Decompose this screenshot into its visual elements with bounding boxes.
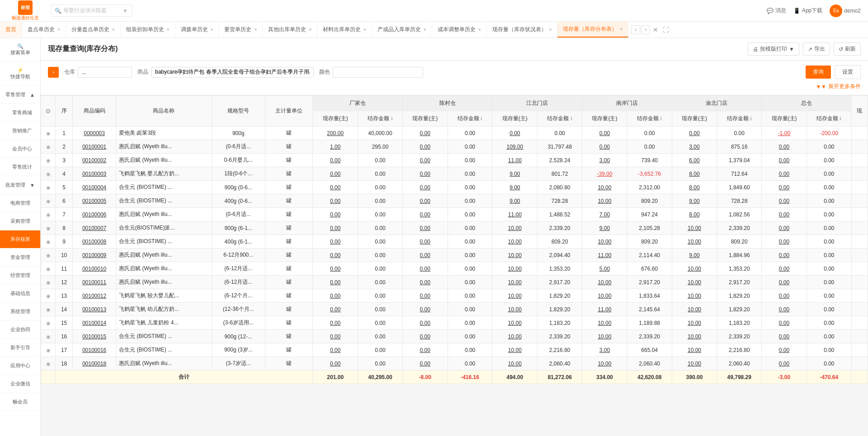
table-cell[interactable]: 3.00 [672,140,717,154]
table-cell[interactable]: 0.00 [492,127,538,140]
table-cell[interactable]: 0.00 [313,262,358,276]
table-cell[interactable]: 10.00 [672,330,717,343]
table-cell[interactable]: 0.00 [313,154,358,167]
table-cell[interactable]: 0.00 [762,235,807,248]
sidebar-item-retail-stats[interactable]: 零售统计 [0,158,40,176]
tab-kucun-dist[interactable]: 现存量（库存分布表） × [557,22,628,38]
close-icon[interactable]: × [363,27,366,32]
table-cell[interactable]: 00100007 [73,221,116,235]
nav-next-arrow[interactable]: › [641,25,650,34]
sidebar-item-inventory[interactable]: 库存核算 [0,230,40,248]
sidebar-item-operation[interactable]: 经营管理 [0,267,40,285]
settings-button[interactable]: 设置 [835,65,861,79]
close-icon[interactable]: × [478,27,481,32]
table-cell[interactable]: 0.00 [762,276,807,289]
message-item[interactable]: 💬 消息 [767,7,786,14]
table-cell[interactable]: 00100009 [73,248,116,262]
table-cell[interactable]: 6.00 [672,154,717,167]
sidebar-item-ecommerce[interactable]: 电商管理 [0,194,40,212]
sidebar-item-vip[interactable]: 畅会员 [0,393,40,411]
table-cell[interactable]: 0.00 [402,181,448,194]
table-cell[interactable]: 10.00 [672,303,717,316]
sidebar-item-purchase[interactable]: 采购管理 [0,212,40,230]
close-icon[interactable]: × [254,27,257,32]
user-item[interactable]: Ea demo2 [830,5,861,17]
table-cell[interactable]: 00100014 [73,316,116,330]
tab-diaob[interactable]: 调拨单历史 × [175,22,219,37]
sidebar-item-quicknav[interactable]: ⚡ 快捷导航 [0,62,40,86]
table-cell[interactable]: 0.00 [762,221,807,235]
table-cell[interactable]: 9.00 [582,221,627,235]
table-cell[interactable]: 10.00 [492,235,538,248]
table-cell[interactable]: 0.00 [402,127,448,140]
table-cell[interactable]: 0.00 [313,276,358,289]
table-cell[interactable]: 0.00 [762,194,807,208]
table-cell[interactable]: 00100008 [73,235,116,248]
close-icon[interactable]: × [549,27,552,32]
table-cell[interactable]: 10.00 [492,221,538,235]
table-cell[interactable]: 7.00 [582,208,627,221]
table-cell[interactable]: 11.00 [582,303,627,316]
table-cell[interactable]: 10.00 [582,181,627,194]
table-cell[interactable]: 0.00 [313,330,358,343]
table-cell[interactable]: 00100010 [73,262,116,276]
table-cell[interactable]: 0.00 [402,330,448,343]
table-cell[interactable]: 0.00 [402,276,448,289]
sidebar-item-marketing[interactable]: 营销推广 [0,122,40,140]
table-cell[interactable]: 9.00 [492,181,538,194]
table-cell[interactable]: 11.00 [492,208,538,221]
table-cell[interactable]: 10.00 [492,330,538,343]
table-cell[interactable]: 11.00 [582,248,627,262]
table-cell[interactable]: 0.00 [402,235,448,248]
sidebar-item-system[interactable]: 系统管理 [0,303,40,321]
table-cell[interactable]: 10.00 [672,262,717,276]
sidebar-item-finance[interactable]: 资金管理 [0,248,40,267]
table-cell[interactable]: 0.00 [313,289,358,303]
close-icon[interactable]: × [167,27,170,32]
table-cell[interactable]: 0.00 [402,221,448,235]
tab-home[interactable]: 首页 [0,22,22,37]
tab-cailiao[interactable]: 材料出库单历史 × [317,22,372,37]
table-cell[interactable]: 0.00 [313,181,358,194]
table-cell[interactable]: 0.00 [582,140,627,154]
table-cell[interactable]: 0.00 [762,316,807,330]
table-cell[interactable]: 10.00 [492,357,538,370]
tab-chancheng[interactable]: 产成品入库单历史 × [372,22,432,37]
table-cell[interactable]: 0.00 [402,289,448,303]
table-cell[interactable]: 0.00 [762,343,807,357]
product-input[interactable] [151,67,314,78]
table-cell[interactable]: 0.00 [313,167,358,181]
table-cell[interactable]: 8.00 [672,181,717,194]
close-icon[interactable]: × [309,27,311,32]
tab-chengben[interactable]: 成本调整单历史 × [432,22,487,37]
table-cell[interactable]: 10.00 [672,357,717,370]
table-cell[interactable]: 0.00 [402,154,448,167]
sidebar-item-guide[interactable]: 新手引导 [0,339,40,357]
table-cell[interactable]: 0.00 [762,154,807,167]
expand-tabs[interactable]: ⛶ [661,26,671,33]
table-cell[interactable]: 10.00 [492,343,538,357]
table-cell[interactable]: 0.00 [402,194,448,208]
table-cell[interactable]: 00100012 [73,289,116,303]
table-cell[interactable]: 00100001 [73,140,116,154]
sidebar-item-search[interactable]: 🔍 搜索英单 [0,38,40,62]
table-cell[interactable]: 10.00 [582,235,627,248]
table-cell[interactable]: 10.00 [492,316,538,330]
table-cell[interactable]: 0.00 [762,262,807,276]
table-cell[interactable]: 10.00 [582,316,627,330]
table-cell[interactable]: 1.00 [313,140,358,154]
table-cell[interactable]: 0.00 [762,167,807,181]
table-cell[interactable]: 9.00 [492,194,538,208]
close-icon[interactable]: × [424,27,426,32]
sidebar-item-appcenter[interactable]: 应用中心 [0,357,40,375]
table-cell[interactable]: 10.00 [672,221,717,235]
table-cell[interactable]: 3.00 [582,154,627,167]
sidebar-item-collab[interactable]: 企业协同 [0,321,40,339]
table-cell[interactable]: 0.00 [402,248,448,262]
refresh-button[interactable]: ↺ 刷新 [834,42,861,56]
table-cell[interactable]: 9.00 [672,194,717,208]
table-cell[interactable]: 0.00 [402,303,448,316]
table-cell[interactable]: 10.00 [492,289,538,303]
table-cell[interactable]: 00100006 [73,208,116,221]
table-cell[interactable]: 0.00 [313,343,358,357]
